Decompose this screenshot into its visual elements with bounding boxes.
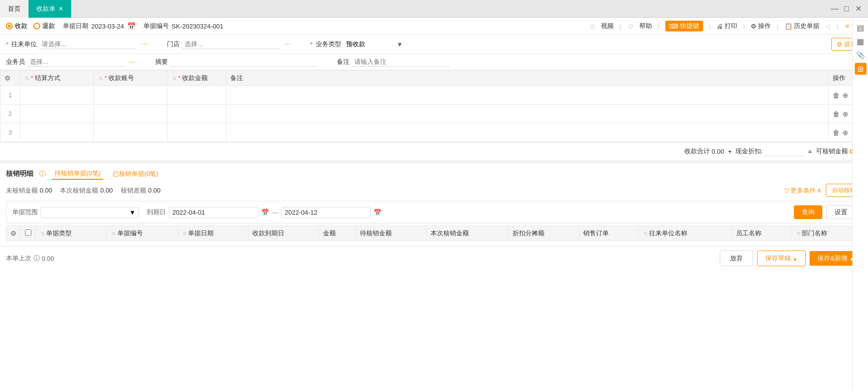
query-button[interactable]: 查询 (794, 205, 822, 219)
total-label: 收款合计 (684, 147, 710, 156)
calendar-icon[interactable]: 📅 (127, 22, 136, 30)
table-row: 1 🗑 ⊕ (0, 86, 868, 105)
done-tab[interactable]: 已核销单据(0笔) (109, 168, 162, 179)
recon-info-icon[interactable]: ⓘ (39, 169, 46, 178)
row-3-account[interactable] (94, 123, 167, 142)
row-3-remarks[interactable] (226, 123, 829, 142)
salesman-more-btn[interactable]: ··· (129, 57, 136, 66)
setup-icon: ⚙ (837, 41, 842, 48)
tab-home[interactable]: 首页 (0, 0, 28, 18)
refund-radio-label: 退款 (42, 22, 55, 30)
row-3-amount[interactable] (167, 123, 226, 142)
receipt-radio[interactable]: 收款 (6, 22, 27, 30)
table-settings-icon[interactable]: ⚙ (4, 74, 11, 82)
bottom-table-wrapper: ⚙ ⇅ 单据类型 ⇅ 单据编号 (6, 225, 862, 241)
video-btn[interactable]: 视频 (601, 22, 614, 30)
business-type-field: * 业务类型 预收款 ▼ (310, 40, 403, 49)
number-label: 单据编号 (143, 22, 169, 30)
remarks-input[interactable] (352, 57, 450, 67)
diff-stat: 核销差额 0.00 (121, 186, 161, 195)
table-row: 2 🗑 ⊕ (0, 105, 868, 123)
filter-settings-button[interactable]: 设置 (826, 205, 856, 219)
tab-receipt-close[interactable]: ✕ (58, 5, 63, 12)
equals-sign: = (808, 148, 812, 155)
row-3-copy-icon[interactable]: ⊕ (842, 129, 848, 137)
recon-title: 核销明细 (6, 169, 33, 178)
counterpart-input[interactable] (39, 39, 137, 49)
help-btn[interactable]: 帮助 (639, 22, 652, 30)
abandon-button[interactable]: 放弃 (720, 251, 753, 266)
table-settings-2-icon[interactable]: ⚙ (10, 229, 17, 237)
pending-tab[interactable]: 待核销单据(0笔) (52, 168, 104, 180)
summary-input[interactable] (170, 57, 317, 67)
row-1-account[interactable] (94, 86, 167, 105)
operation-btn[interactable]: ⚙ 操作 (751, 22, 771, 30)
tab-receipt[interactable]: 收款单 ✕ (28, 0, 71, 18)
available-label: 可核销金额 (816, 147, 848, 156)
diff-label: 核销差额 (121, 186, 146, 195)
right-panel-attach-icon[interactable]: 📎 (855, 49, 867, 61)
footer: 本单上次 ⓘ 0.00 放弃 保存草稿 ▲ 保存&新增 ▲ (0, 246, 868, 270)
more-conditions-label: 更多条件 (790, 186, 816, 195)
current-value: 0.00 (42, 255, 54, 262)
store-field: 门店 ··· (167, 39, 290, 49)
right-panel-table-icon[interactable]: ▤ (855, 22, 867, 33)
th-payment-method: ⇅ * 结算方式 (20, 71, 94, 86)
row-2-copy-icon[interactable]: ⊕ (842, 110, 848, 118)
data-table-wrapper: ⚙ ⇅ * 结算方式 ⇅ * 收款账号 ⇅ * 收款 (0, 70, 868, 142)
row-1-remarks[interactable] (226, 86, 829, 105)
operation-label: 操作 (758, 22, 771, 30)
window-minimize[interactable]: — (831, 5, 839, 13)
discount-item: 现金折扣: (735, 146, 804, 156)
store-input[interactable] (182, 39, 280, 49)
salesman-input[interactable] (27, 57, 125, 67)
window-maximize[interactable]: □ (842, 5, 850, 13)
tab-home-label: 首页 (8, 4, 21, 13)
row-2-amount[interactable] (167, 105, 226, 123)
due-date-label: 到期日 (147, 208, 166, 217)
row-2-account[interactable] (94, 105, 167, 123)
save-draft-button[interactable]: 保存草稿 ▲ (757, 251, 806, 266)
row-2-payment[interactable] (20, 105, 94, 123)
row-3-delete-icon[interactable]: 🗑 (833, 129, 840, 137)
right-panel-grid-icon[interactable]: ▦ (855, 35, 867, 47)
range-field: 单据范围 ▼ (12, 207, 139, 218)
shortcut-label: 快捷键 (680, 22, 699, 30)
print-btn[interactable]: 🖨 打印 (717, 22, 737, 30)
business-type-arrow[interactable]: ▼ (397, 41, 403, 48)
th-employee-name: 员工名称 (732, 226, 791, 241)
table-row: 3 🗑 ⊕ (0, 123, 868, 142)
row-2-delete-icon[interactable]: 🗑 (833, 110, 840, 118)
row-1-amount[interactable] (167, 86, 226, 105)
row-1-payment[interactable] (20, 86, 94, 105)
right-panel-expand-icon[interactable]: ⊞ (855, 63, 867, 75)
save-new-label: 保存&新增 (817, 254, 847, 263)
date-start-icon[interactable]: 📅 (261, 209, 269, 216)
date-end-icon[interactable]: 📅 (374, 209, 381, 216)
date-end-input[interactable] (281, 207, 371, 218)
select-all-checkbox[interactable] (25, 229, 31, 236)
date-start-input[interactable] (169, 207, 258, 218)
more-conditions-btn[interactable]: ▽ 更多条件 ∧ (785, 186, 822, 195)
th-receipt-due: 收款到期日 (248, 226, 319, 241)
store-more-btn[interactable]: ··· (284, 40, 290, 49)
window-close[interactable]: ✕ (854, 5, 862, 13)
date-label: 单据日期 (63, 22, 88, 30)
business-type-value: 预收款 (346, 40, 365, 49)
refund-radio[interactable]: 退款 (33, 22, 55, 30)
row-1-delete-icon[interactable]: 🗑 (833, 91, 840, 99)
row-2-remarks[interactable] (226, 105, 829, 123)
counterpart-more-btn[interactable]: ··· (141, 40, 147, 49)
save-draft-label: 保存草稿 (765, 254, 791, 263)
history-btn[interactable]: 📋 历史单据 (785, 22, 819, 30)
row-3-payment[interactable] (20, 123, 94, 142)
bottom-table: ⚙ ⇅ 单据类型 ⇅ 单据编号 (6, 225, 862, 241)
shortcut-btn[interactable]: ⌨ 快捷键 (665, 21, 703, 31)
row-1-copy-icon[interactable]: ⊕ (842, 91, 848, 99)
discount-input[interactable] (765, 146, 804, 156)
filter-right: 查询 设置 (794, 205, 856, 219)
salesman-field: 业务员 ··· (6, 57, 136, 67)
row-num-1: 1 (0, 86, 20, 105)
toolbar-right: ⊙ 视频 | ⊙ 帮助 | ⌨ 快捷键 | 🖨 打印 | ⚙ 操作 (589, 21, 862, 31)
range-select[interactable]: ▼ (41, 207, 139, 218)
